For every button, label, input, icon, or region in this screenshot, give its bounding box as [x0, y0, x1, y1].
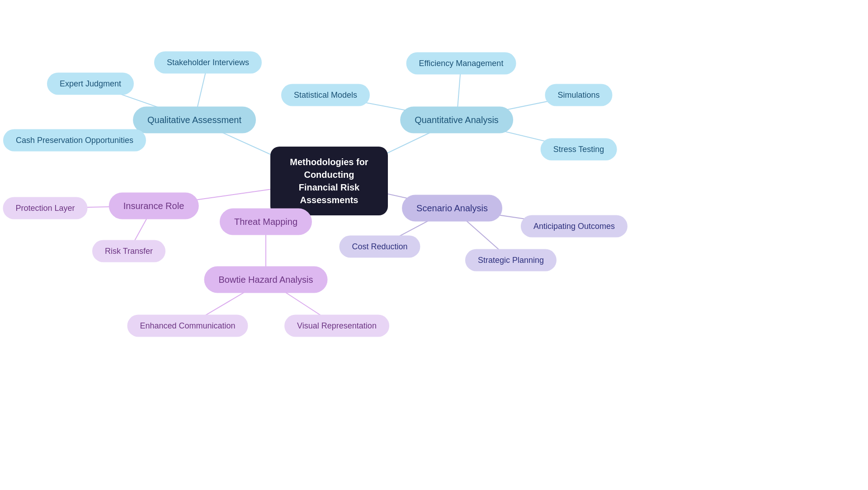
cost_reduction-node[interactable]: Cost Reduction: [339, 236, 420, 258]
visual_representation-node[interactable]: Visual Representation: [284, 315, 389, 337]
bowtie_hazard-node[interactable]: Bowtie Hazard Analysis: [204, 266, 328, 293]
cash_preservation-node[interactable]: Cash Preservation Opportunities: [3, 129, 146, 152]
scenario_analysis-node[interactable]: Scenario Analysis: [402, 195, 502, 222]
qualitative_assessment-node[interactable]: Qualitative Assessment: [133, 107, 256, 133]
insurance_role-node[interactable]: Insurance Role: [109, 193, 199, 219]
statistical_models-node[interactable]: Statistical Models: [281, 84, 370, 106]
protection_layer-node[interactable]: Protection Layer: [3, 197, 87, 219]
efficiency_management-node[interactable]: Efficiency Management: [406, 52, 516, 75]
center-node[interactable]: Methodologies for Conducting Financial R…: [270, 147, 388, 215]
expert_judgment-node[interactable]: Expert Judgment: [47, 73, 134, 95]
risk_transfer-node[interactable]: Risk Transfer: [92, 240, 165, 262]
simulations-node[interactable]: Simulations: [545, 84, 612, 106]
threat_mapping-node[interactable]: Threat Mapping: [220, 209, 312, 235]
stress_testing-node[interactable]: Stress Testing: [541, 138, 617, 161]
stakeholder_interviews-node[interactable]: Stakeholder Interviews: [154, 52, 262, 74]
strategic_planning-node[interactable]: Strategic Planning: [465, 249, 557, 271]
anticipating_outcomes-node[interactable]: Anticipating Outcomes: [521, 215, 627, 238]
enhanced_communication-node[interactable]: Enhanced Communication: [127, 315, 248, 337]
quantitative_analysis-node[interactable]: Quantitative Analysis: [400, 107, 513, 133]
mindmap-container: Methodologies for Conducting Financial R…: [0, 0, 868, 490]
